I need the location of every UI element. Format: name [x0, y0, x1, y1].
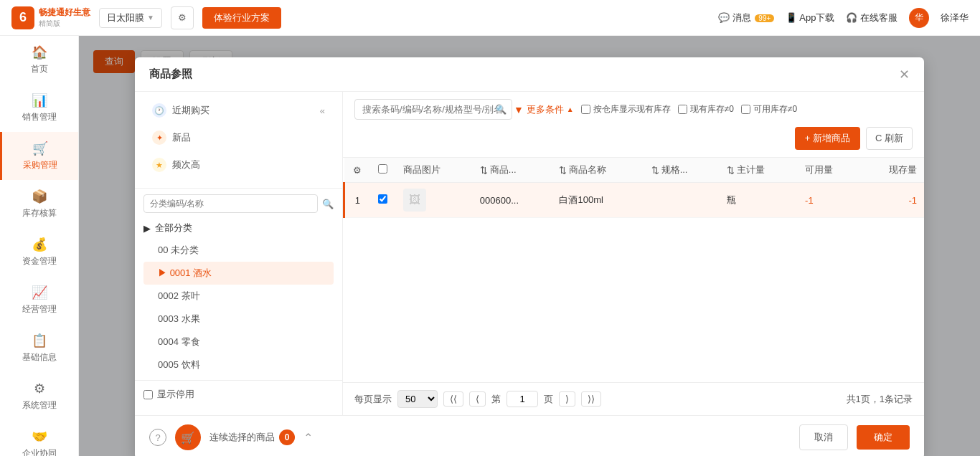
modal-footer: ? 🛒 连续选择的商品 0 ⌃ 取消 确定 — [135, 415, 924, 456]
th-available[interactable]: 可用量 — [798, 158, 861, 183]
freq-label: 频次高 — [172, 158, 200, 171]
first-page-button[interactable]: ⟨⟨ — [443, 391, 463, 407]
cell-checkbox[interactable] — [370, 183, 396, 218]
th-spec[interactable]: ⇅ 规格... — [644, 158, 720, 183]
sidebar-item-business[interactable]: 📈 经营管理 — [0, 276, 78, 324]
modal-header: 商品参照 ✕ — [135, 57, 924, 92]
search-icon[interactable]: 🔍 — [322, 199, 334, 209]
th-stock-label: 现存量 — [889, 163, 917, 176]
filter-label: 更多条件 — [527, 103, 564, 116]
sidebar-item-enterprise[interactable]: 🤝 企业协同 — [0, 420, 78, 456]
cart-button[interactable]: 🛒 — [175, 424, 201, 450]
category-item-0003[interactable]: 0003 水果 — [143, 308, 334, 331]
category-arrow-0001: ▶ — [158, 267, 170, 278]
sidebar-item-system[interactable]: ⚙ 系统管理 — [0, 372, 78, 420]
sidebar-item-inventory[interactable]: 📦 库存核算 — [0, 180, 78, 228]
table-row[interactable]: 1 🖼 000600... 白酒100ml — [344, 183, 925, 218]
th-code[interactable]: ⇅ 商品... — [473, 158, 552, 183]
modal-body: 🕐 近期购买 « ✦ 新品 ★ 频次高 — [135, 92, 924, 415]
new-icon: ✦ — [152, 130, 166, 145]
right-panel: 🔍 ▼ 更多条件 ▲ 按仓库显示现有库存 — [343, 92, 924, 415]
category-code-00: 00 — [158, 244, 171, 255]
sort-icon-unit: ⇅ — [727, 165, 735, 176]
category-item-0002[interactable]: 0002 茶叶 — [143, 285, 334, 308]
category-section: ▶ 全部分类 00 未分类 ▶ 0001 酒水 — [135, 213, 342, 380]
available-filter-label[interactable]: 现有库存≠0 — [678, 103, 734, 115]
category-item-00[interactable]: 00 未分类 — [143, 239, 334, 262]
settings-icon[interactable]: ⚙ — [171, 6, 194, 29]
row-checkbox[interactable] — [378, 194, 387, 204]
online-service-link[interactable]: 🎧 在线客服 — [846, 11, 897, 24]
category-item-0001[interactable]: ▶ 0001 酒水 — [143, 262, 334, 285]
purchase-icon: 🛒 — [32, 141, 48, 156]
per-page-select[interactable]: 50 100 200 — [397, 390, 438, 408]
next-page-button[interactable]: ⟩ — [559, 391, 575, 407]
prev-page-button[interactable]: ⟨ — [469, 391, 486, 407]
add-product-button[interactable]: + 新增商品 — [795, 127, 860, 150]
modal-close-icon[interactable]: ✕ — [899, 68, 910, 81]
cell-image: 🖼 — [396, 183, 473, 218]
sidebar-item-purchase[interactable]: 🛒 采购管理 — [0, 132, 78, 180]
app-download-link[interactable]: 📱 App下载 — [786, 11, 834, 24]
last-page-button[interactable]: ⟩⟩ — [581, 391, 601, 407]
quick-new[interactable]: ✦ 新品 — [143, 126, 334, 149]
footer-collapse-icon[interactable]: ⌃ — [303, 431, 313, 445]
th-stock[interactable]: 现存量 — [861, 158, 924, 183]
category-name-0002: 茶叶 — [182, 290, 200, 301]
more-filter-button[interactable]: ▼ 更多条件 ▲ — [514, 103, 574, 116]
th-settings[interactable]: ⚙ — [344, 158, 370, 183]
select-all-checkbox[interactable] — [378, 164, 387, 174]
topbar-right: 💬 消息 99+ 📱 App下载 🎧 在线客服 华 徐泽华 — [718, 8, 969, 28]
product-table: ⚙ 商品图片 ⇅ 商品... — [343, 158, 924, 218]
th-checkbox[interactable] — [370, 158, 396, 183]
page-number-input[interactable] — [507, 391, 538, 407]
category-item-0004[interactable]: 0004 零食 — [143, 331, 334, 353]
all-categories-header[interactable]: ▶ 全部分类 — [143, 217, 334, 239]
category-code-0003: 0003 — [158, 313, 182, 324]
cell-available: -1 — [798, 183, 861, 218]
show-disabled-label: 显示停用 — [157, 388, 194, 401]
modal-title: 商品参照 — [149, 67, 192, 81]
show-disabled-checkbox[interactable] — [143, 390, 153, 399]
th-image: 商品图片 — [396, 158, 473, 183]
trial-button[interactable]: 体验行业方案 — [202, 7, 281, 29]
image-placeholder-icon: 🖼 — [409, 194, 420, 206]
usable-filter-label[interactable]: 可用库存≠0 — [741, 103, 797, 115]
left-panel: 🕐 近期购买 « ✦ 新品 ★ 频次高 — [135, 92, 343, 415]
sidebar-item-home[interactable]: 🏠 首页 — [0, 36, 78, 84]
quick-freq[interactable]: ★ 频次高 — [143, 153, 334, 176]
sidebar-item-finance[interactable]: 💰 资金管理 — [0, 228, 78, 276]
quick-recent[interactable]: 🕐 近期购买 « — [143, 99, 334, 122]
username: 徐泽华 — [941, 11, 969, 24]
sidebar-label-business: 经营管理 — [22, 303, 57, 315]
product-search-icon[interactable]: 🔍 — [495, 104, 507, 115]
sidebar-label-home: 首页 — [31, 63, 48, 75]
product-table-container: ⚙ 商品图片 ⇅ 商品... — [343, 158, 924, 382]
confirm-button[interactable]: 确定 — [857, 425, 910, 450]
product-reference-modal: 商品参照 ✕ 🕐 近期购买 « ✦ — [135, 57, 924, 456]
store-name: 日太阳膜 — [107, 11, 144, 24]
cancel-button[interactable]: 取消 — [799, 424, 848, 450]
product-search-input[interactable] — [354, 99, 512, 120]
category-search-input[interactable] — [143, 194, 318, 213]
th-name[interactable]: ⇅ 商品名称 — [552, 158, 644, 183]
th-unit[interactable]: ⇅ 主计量 — [720, 158, 798, 183]
recent-label: 近期购买 — [172, 104, 209, 117]
available-filter-checkbox[interactable] — [678, 105, 687, 114]
cell-spec — [644, 183, 720, 218]
logo-icon: 6 — [11, 6, 34, 29]
help-icon[interactable]: ? — [149, 429, 166, 446]
collapse-icon[interactable]: « — [320, 105, 325, 116]
notifications-link[interactable]: 💬 消息 99+ — [718, 11, 774, 24]
sidebar-item-sales[interactable]: 📊 销售管理 — [0, 84, 78, 132]
refresh-button[interactable]: C 刷新 — [866, 127, 913, 150]
sidebar-label-enterprise: 企业协同 — [22, 447, 57, 456]
warehouse-filter-checkbox[interactable] — [581, 105, 590, 114]
category-item-0005[interactable]: 0005 饮料 — [143, 353, 334, 376]
sidebar-item-basic[interactable]: 📋 基础信息 — [0, 324, 78, 372]
store-selector[interactable]: 日太阳膜 ▼ — [99, 8, 162, 28]
warehouse-filter-label[interactable]: 按仓库显示现有库存 — [581, 103, 671, 115]
quick-access: 🕐 近期购买 « ✦ 新品 ★ 频次高 — [135, 99, 342, 182]
cell-name: 白酒100ml — [552, 183, 644, 218]
usable-filter-checkbox[interactable] — [741, 105, 750, 114]
